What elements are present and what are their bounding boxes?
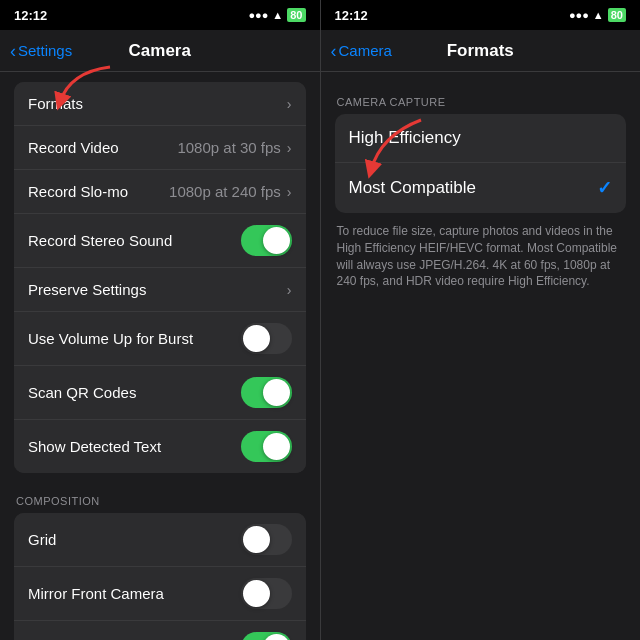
battery-badge-right: 80	[608, 8, 626, 22]
volume-burst-row: Use Volume Up for Burst	[14, 312, 306, 366]
scan-qr-row: Scan QR Codes	[14, 366, 306, 420]
view-outside-toggle[interactable]	[241, 632, 292, 640]
battery-badge-left: 80	[287, 8, 305, 22]
back-button-right[interactable]: ‹ Camera	[331, 42, 392, 60]
toggle-thumb-6	[243, 580, 270, 607]
high-efficiency-label: High Efficiency	[349, 128, 461, 148]
record-slomo-value: 1080p at 240 fps	[169, 183, 281, 200]
back-label-left: Settings	[18, 42, 72, 59]
formats-row-right: ›	[287, 96, 292, 112]
composition-section-label: COMPOSITION	[0, 481, 320, 513]
high-efficiency-row[interactable]: High Efficiency	[335, 114, 627, 163]
settings-content-right: CAMERA CAPTURE High Efficiency Most Comp…	[321, 72, 641, 640]
left-panel: 12:12 ●●● ▲ 80 ‹ Settings Camera Formats…	[0, 0, 320, 640]
mirror-camera-label: Mirror Front Camera	[28, 585, 241, 602]
right-panel: 12:12 ●●● ▲ 80 ‹ Camera Formats CAMERA C…	[321, 0, 641, 640]
signal-icon-right: ●●●	[569, 9, 589, 21]
toggle-thumb-5	[243, 526, 270, 553]
status-icons-right: ●●● ▲ 80	[569, 8, 626, 22]
mirror-camera-row: Mirror Front Camera	[14, 567, 306, 621]
record-stereo-label: Record Stereo Sound	[28, 232, 241, 249]
wifi-icon: ▲	[272, 9, 283, 21]
view-outside-row: View Outside the Frame	[14, 621, 306, 640]
show-detected-toggle[interactable]	[241, 431, 292, 462]
mirror-toggle[interactable]	[241, 578, 292, 609]
camera-capture-label: CAMERA CAPTURE	[321, 82, 641, 114]
chevron-left-icon: ‹	[10, 42, 16, 60]
toggle-thumb-7	[263, 634, 290, 640]
status-bar-right: 12:12 ●●● ▲ 80	[321, 0, 641, 30]
toggle-thumb-2	[243, 325, 270, 352]
back-label-right: Camera	[339, 42, 392, 59]
checkmark-icon: ✓	[597, 177, 612, 199]
formats-row-left: Formats	[28, 95, 287, 112]
formats-row[interactable]: Formats ›	[14, 82, 306, 126]
preserve-chevron: ›	[287, 282, 292, 298]
status-bar-left: 12:12 ●●● ▲ 80	[0, 0, 320, 30]
wifi-icon-right: ▲	[593, 9, 604, 21]
status-time-left: 12:12	[14, 8, 47, 23]
grid-row: Grid	[14, 513, 306, 567]
record-slomo-chevron: ›	[287, 184, 292, 200]
toggle-thumb	[263, 227, 290, 254]
scan-qr-label: Scan QR Codes	[28, 384, 241, 401]
nav-bar-left: ‹ Settings Camera	[0, 30, 320, 72]
nav-title-right: Formats	[447, 41, 514, 61]
formats-description: To reduce file size, capture photos and …	[321, 221, 641, 300]
record-slomo-row[interactable]: Record Slo-mo 1080p at 240 fps ›	[14, 170, 306, 214]
grid-label: Grid	[28, 531, 241, 548]
volume-burst-label: Use Volume Up for Burst	[28, 330, 241, 347]
record-slomo-label: Record Slo-mo	[28, 183, 169, 200]
preserve-settings-label: Preserve Settings	[28, 281, 287, 298]
preserve-settings-row[interactable]: Preserve Settings ›	[14, 268, 306, 312]
formats-chevron: ›	[287, 96, 292, 112]
grid-toggle[interactable]	[241, 524, 292, 555]
show-detected-text-row: Show Detected Text	[14, 420, 306, 473]
toggle-thumb-4	[263, 433, 290, 460]
record-video-label: Record Video	[28, 139, 177, 156]
record-video-row[interactable]: Record Video 1080p at 30 fps ›	[14, 126, 306, 170]
settings-content-left: Formats › Record Video 1080p at 30 fps ›	[0, 72, 320, 640]
record-video-chevron: ›	[287, 140, 292, 156]
status-time-right: 12:12	[335, 8, 368, 23]
back-button-left[interactable]: ‹ Settings	[10, 42, 72, 60]
record-video-value: 1080p at 30 fps	[177, 139, 280, 156]
status-icons-left: ●●● ▲ 80	[248, 8, 305, 22]
formats-card: High Efficiency Most Compatible ✓	[335, 114, 627, 213]
record-stereo-toggle[interactable]	[241, 225, 292, 256]
most-compatible-row[interactable]: Most Compatible ✓	[335, 163, 627, 213]
toggle-thumb-3	[263, 379, 290, 406]
volume-burst-toggle[interactable]	[241, 323, 292, 354]
composition-card: Grid Mirror Front Camera	[14, 513, 306, 640]
nav-title-left: Camera	[129, 41, 191, 61]
show-detected-text-label: Show Detected Text	[28, 438, 241, 455]
most-compatible-label: Most Compatible	[349, 178, 477, 198]
chevron-left-icon-right: ‹	[331, 42, 337, 60]
record-stereo-row: Record Stereo Sound	[14, 214, 306, 268]
signal-icon: ●●●	[248, 9, 268, 21]
formats-label: Formats	[28, 95, 287, 112]
main-settings-card: Formats › Record Video 1080p at 30 fps ›	[14, 82, 306, 473]
nav-bar-right: ‹ Camera Formats	[321, 30, 641, 72]
scan-qr-toggle[interactable]	[241, 377, 292, 408]
